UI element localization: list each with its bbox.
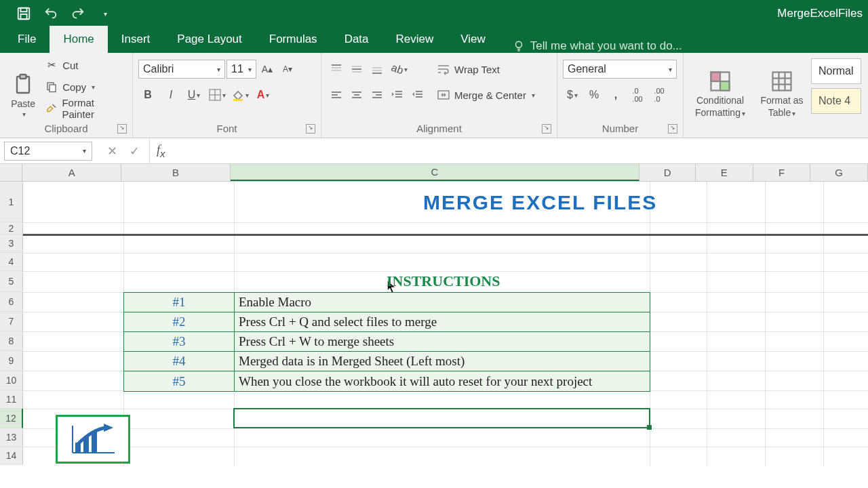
row-headers: 1 2 3 4 5 6 7 8 9 10 11 12 13 14 <box>0 182 23 466</box>
underline-button[interactable]: U▾ <box>184 85 203 104</box>
tab-insert[interactable]: Insert <box>108 26 164 53</box>
increase-decimal-icon[interactable]: .0.00 <box>628 85 647 104</box>
row-header-3[interactable]: 3 <box>0 235 23 253</box>
fx-icon[interactable]: fx <box>150 143 172 159</box>
borders-button[interactable]: ▾ <box>208 85 226 104</box>
decrease-decimal-icon[interactable]: .00.0 <box>650 85 669 104</box>
align-top-icon[interactable] <box>327 60 346 79</box>
row-header-8[interactable]: 8 <box>0 331 23 351</box>
enter-formula-icon[interactable]: ✓ <box>130 144 140 159</box>
ribbon: Paste ▾ ✂Cut Copy▾ Format Painter <box>0 53 868 138</box>
instructions-heading: INSTRUCTIONS <box>387 272 500 290</box>
col-header-F[interactable]: F <box>753 164 811 181</box>
svg-rect-36 <box>416 96 422 98</box>
col-header-D[interactable]: D <box>639 164 696 181</box>
row-header-7[interactable]: 7 <box>0 312 23 331</box>
undo-icon[interactable] <box>41 3 61 24</box>
col-header-G[interactable]: G <box>810 164 868 181</box>
format-painter-button[interactable]: Format Painter <box>45 99 127 118</box>
svg-rect-41 <box>720 81 730 91</box>
tab-data[interactable]: Data <box>331 26 382 53</box>
row-header-13[interactable]: 13 <box>0 428 23 447</box>
increase-font-icon[interactable]: A▴ <box>258 60 277 79</box>
align-center-icon[interactable] <box>347 85 366 104</box>
svg-rect-29 <box>372 97 382 98</box>
tab-home[interactable]: Home <box>50 26 107 53</box>
orientation-icon[interactable]: ab▾ <box>388 60 411 79</box>
svg-rect-2 <box>20 14 26 19</box>
font-color-button[interactable]: A▾ <box>254 85 273 104</box>
tab-view[interactable]: View <box>447 26 499 53</box>
group-label-alignment: Alignment <box>327 123 551 136</box>
row-header-9[interactable]: 9 <box>0 351 23 371</box>
tell-me-placeholder: Tell me what you want to do... <box>530 39 682 53</box>
row-header-1[interactable]: 1 <box>0 182 23 222</box>
wrap-text-button[interactable]: Wrap Text <box>437 60 535 79</box>
decrease-indent-icon[interactable] <box>388 85 407 104</box>
selected-cell[interactable] <box>233 408 650 428</box>
align-left-icon[interactable] <box>327 85 346 104</box>
col-header-B[interactable]: B <box>121 164 231 181</box>
col-header-C[interactable]: C <box>231 164 640 181</box>
svg-rect-20 <box>372 73 382 74</box>
row-header-4[interactable]: 4 <box>0 253 23 271</box>
select-all-corner[interactable] <box>0 164 22 181</box>
row-header-5[interactable]: 5 <box>0 271 23 292</box>
col-header-A[interactable]: A <box>22 164 121 181</box>
increase-indent-icon[interactable] <box>408 85 427 104</box>
row-header-14[interactable]: 14 <box>0 447 23 465</box>
save-icon[interactable] <box>14 3 34 24</box>
title-bar: ▾ MergeExcelFiles <box>0 0 868 27</box>
accounting-format-icon[interactable]: $▾ <box>563 85 582 104</box>
col-header-E[interactable]: E <box>696 164 753 181</box>
tab-review[interactable]: Review <box>382 26 448 53</box>
fill-color-button[interactable]: ▾ <box>231 85 250 104</box>
column-headers: A B C D E F G <box>0 164 868 182</box>
italic-button[interactable]: I <box>161 85 180 104</box>
conditional-formatting-button[interactable]: Conditional Formatting▾ <box>689 56 751 118</box>
redo-icon[interactable] <box>68 3 88 24</box>
paste-button[interactable]: Paste ▾ <box>5 56 41 118</box>
table-row: #5When you close the workbook it will au… <box>124 371 650 391</box>
svg-rect-30 <box>395 91 402 92</box>
number-dialog-launcher[interactable] <box>668 124 677 134</box>
qat-customize-icon[interactable]: ▾ <box>95 3 115 24</box>
tab-formulas[interactable]: Formulas <box>256 26 331 53</box>
font-name-combo[interactable]: Calibri▾ <box>138 60 225 79</box>
font-size-combo[interactable]: 11▾ <box>226 60 256 79</box>
spreadsheet-grid[interactable]: A B C D E F G 1 2 3 4 5 6 7 8 9 10 11 12… <box>0 164 868 466</box>
tab-file[interactable]: File <box>4 26 50 53</box>
row-header-6[interactable]: 6 <box>0 292 23 312</box>
cut-button[interactable]: ✂Cut <box>45 56 127 75</box>
cell-style-note4[interactable]: Note 4 <box>811 88 861 114</box>
row-header-12[interactable]: 12 <box>0 409 23 428</box>
align-middle-icon[interactable] <box>347 60 366 79</box>
comma-format-icon[interactable]: , <box>606 85 625 104</box>
number-format-combo[interactable]: General▾ <box>563 60 677 79</box>
merge-center-button[interactable]: Merge & Center▾ <box>437 85 535 104</box>
row-header-2[interactable]: 2 <box>0 222 23 235</box>
tab-page-layout[interactable]: Page Layout <box>163 26 255 53</box>
decrease-font-icon[interactable]: A▾ <box>278 60 297 79</box>
svg-rect-32 <box>395 96 402 98</box>
svg-rect-42 <box>773 73 791 91</box>
align-right-icon[interactable] <box>368 85 387 104</box>
font-dialog-launcher[interactable] <box>306 124 315 134</box>
bold-button[interactable]: B <box>138 85 157 104</box>
copy-button[interactable]: Copy▾ <box>45 77 127 96</box>
svg-rect-51 <box>92 432 97 453</box>
clipboard-dialog-launcher[interactable] <box>117 124 127 134</box>
cell-style-normal[interactable]: Normal <box>811 58 861 84</box>
percent-format-icon[interactable]: % <box>585 85 604 104</box>
format-as-table-button[interactable]: Format as Table▾ <box>757 56 807 118</box>
tell-me-search[interactable]: Tell me what you want to do... <box>513 39 682 53</box>
formula-bar-input[interactable] <box>172 138 868 163</box>
name-box[interactable]: C12▾ <box>4 142 92 161</box>
cancel-formula-icon[interactable]: ✕ <box>107 144 117 159</box>
svg-rect-23 <box>332 97 341 98</box>
divider-line <box>23 234 868 236</box>
alignment-dialog-launcher[interactable] <box>542 124 551 134</box>
align-bottom-icon[interactable] <box>368 60 387 79</box>
row-header-10[interactable]: 10 <box>0 371 23 390</box>
row-header-11[interactable]: 11 <box>0 390 23 409</box>
